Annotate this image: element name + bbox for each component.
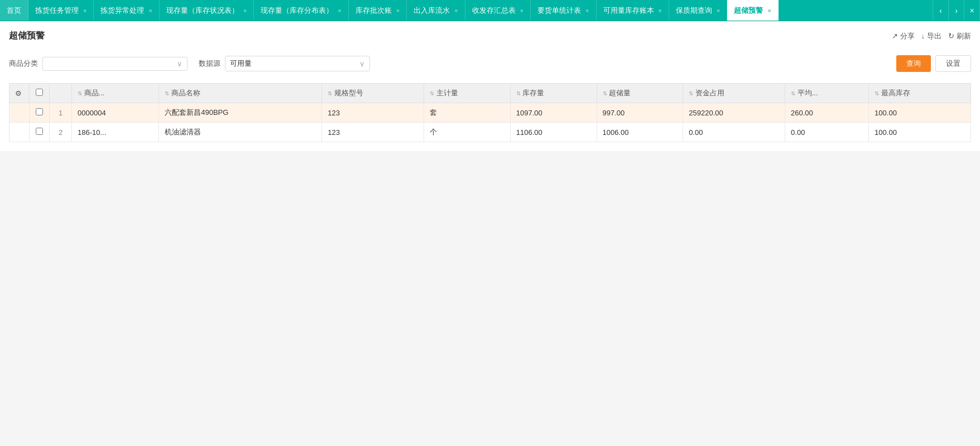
nav-item-拣货异常处理[interactable]: 拣货异常处理× [94,0,159,21]
gear-column-header[interactable]: ⚙ [9,84,30,103]
sort-icon: ⇅ [78,90,82,96]
nav-close-icon[interactable]: × [83,7,87,14]
avg-column-header[interactable]: ⇅ 平均... [785,84,869,103]
nav-item-保质期查询[interactable]: 保质期查询× [669,0,727,21]
capital-column-header[interactable]: ⇅ 资金占用 [683,84,785,103]
nav-item-拣货任务管理[interactable]: 拣货任务管理× [28,0,94,21]
share-button[interactable]: ↗ 分享 [892,31,915,41]
spec-column-header[interactable]: ⇅ 规格型号 [322,84,424,103]
nav-close-icon[interactable]: × [717,7,720,14]
nav-item-label: 拣货任务管理 [35,6,79,16]
nav-item-收发存汇总表[interactable]: 收发存汇总表× [465,0,531,21]
page-content: 超储预警 ↗ 分享 ↓ 导出 ↻ 刷新 商品分类 ∨ 数据源 [0,21,980,151]
row-product-code: 186-10... [72,123,159,142]
row-product-code: 0000004 [72,103,159,123]
row-checkbox-cell[interactable] [30,123,50,142]
nav-item-可用量库存账本[interactable]: 可用量库存账本× [597,0,669,21]
nav-close-icon[interactable]: × [520,7,523,14]
share-icon: ↗ [892,32,898,40]
table-row: 1 0000004 六配套新昌490BPG 123 套 1097.00 997.… [9,103,971,123]
category-filter: 商品分类 ∨ [9,57,188,71]
nav-close-icon[interactable]: × [148,7,152,14]
nav-close-icon[interactable]: × [338,7,341,14]
sort-icon: ⇅ [328,90,332,96]
nav-arrows: ‹ › × [933,0,980,21]
row-capital: 0.00 [683,123,785,142]
nav-next-button[interactable]: › [949,0,964,21]
nav-item-要货单统计表[interactable]: 要货单统计表× [531,0,596,21]
category-select[interactable]: ∨ [42,57,188,71]
settings-button[interactable]: 设置 [935,55,971,72]
query-button[interactable]: 查询 [896,55,931,72]
refresh-button[interactable]: ↻ 刷新 [948,31,971,41]
nav-item-现存量库存状况表[interactable]: 现存量（库存状况表）× [160,0,254,21]
category-chevron-icon: ∨ [177,60,182,68]
row-checkbox[interactable] [36,108,43,115]
row-product-name: 机油滤清器 [159,123,322,142]
sort-icon: ⇅ [791,90,795,96]
nav-close-icon[interactable]: × [659,7,662,14]
check-column-header[interactable] [30,84,50,103]
row-spec: 123 [322,103,424,123]
category-label: 商品分类 [9,59,38,69]
row-capital: 259220.00 [683,103,785,123]
nav-item-现存量库存分布表[interactable]: 现存量（库存分布表）× [254,0,348,21]
page-title: 超储预警 [9,30,45,42]
row-gear [9,123,30,142]
stock-column-header[interactable]: ⇅ 库存量 [510,84,597,103]
overstock-column-header[interactable]: ⇅ 超储量 [597,84,683,103]
unit-column-header[interactable]: ⇅ 主计量 [424,84,511,103]
row-unit: 套 [424,103,511,123]
nav-item-label: 保质期查询 [676,6,712,16]
row-stock: 1106.00 [510,123,597,142]
row-gear [9,103,30,123]
row-avg: 0.00 [785,123,869,142]
product-code-column-header[interactable]: ⇅ 商品... [72,84,159,103]
sort-icon: ⇅ [516,90,521,96]
nav-item-label: 现存量（库存分布表） [261,6,333,16]
sort-icon: ⇅ [430,90,434,96]
nav-item-首页[interactable]: 首页 [0,0,28,21]
datasource-select[interactable]: 可用量 ∨ [225,56,370,71]
nav-close-icon[interactable]: × [243,7,247,14]
select-all-checkbox[interactable] [36,89,43,96]
export-button[interactable]: ↓ 导出 [921,31,942,41]
nav-item-label: 可用量库存账本 [603,6,654,16]
sort-icon: ⇅ [875,90,879,96]
nav-close-icon[interactable]: × [454,7,458,14]
row-stock: 1097.00 [510,103,597,123]
header-actions: ↗ 分享 ↓ 导出 ↻ 刷新 [892,31,972,41]
datasource-filter: 数据源 可用量 ∨ [199,56,370,71]
row-checkbox-cell[interactable] [30,103,50,123]
row-overstock: 1006.00 [597,123,683,142]
nav-close-icon[interactable]: × [585,7,589,14]
nav-prev-button[interactable]: ‹ [933,0,949,21]
row-unit: 个 [424,123,511,142]
nav-close-icon[interactable]: × [396,7,400,14]
nav-close-icon[interactable]: × [767,7,771,14]
row-product-name: 六配套新昌490BPG [159,103,322,123]
sort-icon: ⇅ [603,90,607,96]
nav-item-出入库流水[interactable]: 出入库流水× [407,0,465,21]
row-checkbox[interactable] [36,128,43,135]
datasource-label: 数据源 [199,59,220,69]
nav-item-库存批次账[interactable]: 库存批次账× [349,0,407,21]
filter-buttons: 查询 设置 [896,55,971,72]
datasource-select-value: 可用量 [230,59,252,69]
nav-item-超储预警[interactable]: 超储预警× [727,0,778,21]
nav-item-label: 首页 [7,6,21,16]
product-name-column-header[interactable]: ⇅ 商品名称 [159,84,322,103]
nav-item-label: 收发存汇总表 [472,6,516,16]
nav-item-label: 现存量（库存状况表） [166,6,239,16]
row-number: 1 [50,103,72,123]
filter-area: 商品分类 ∨ 数据源 可用量 ∨ 查询 设置 [9,51,971,76]
gear-icon: ⚙ [15,89,22,98]
table-row: 2 186-10... 机油滤清器 123 个 1106.00 1006.00 … [9,123,971,142]
table-header-row: ⚙ ⇅ 商品... ⇅ 商品名称 ⇅ 规格型号 [9,84,971,103]
max-stock-column-header[interactable]: ⇅ 最高库存 [869,84,971,103]
row-avg: 260.00 [785,103,869,123]
nav-close-button[interactable]: × [964,0,980,21]
nav-item-label: 超储预警 [734,6,763,16]
nav-item-label: 要货单统计表 [537,6,581,16]
data-table: ⚙ ⇅ 商品... ⇅ 商品名称 ⇅ 规格型号 [9,83,971,142]
